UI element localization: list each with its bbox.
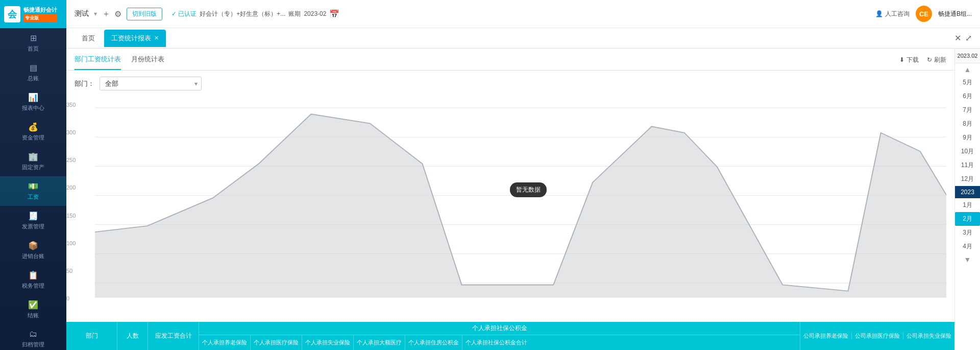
right-panel-month-10[interactable]: 10月 (955, 145, 980, 158)
app-logo: 会 畅捷通好会计 专业版 (0, 0, 66, 28)
right-panel-date: 2023.02 (955, 49, 980, 63)
right-panel-month-5[interactable]: 5月 (955, 76, 980, 89)
help-btn[interactable]: 👤 人工咨询 (875, 10, 910, 18)
y-label-350: 350 (66, 102, 85, 108)
col-personal-unemployment: 个人承担失业保险 (302, 335, 354, 350)
sidebar-item-ledger[interactable]: ▤ 总账 (0, 58, 66, 87)
switch-to-old-btn[interactable]: 切到旧版 (127, 8, 162, 20)
sidebar-item-label: 固定资产 (22, 164, 44, 171)
sidebar-item-label: 进销台账 (22, 252, 44, 260)
tab-close-btn[interactable]: ✕ (154, 35, 159, 41)
user-name[interactable]: 畅捷通B组... (938, 10, 972, 18)
col-personal-major-medical: 个人承担大额医疗 (354, 335, 405, 350)
topbar-right: 👤 人工咨询 CE 畅捷通B组... (875, 6, 972, 22)
right-panel-year-2023[interactable]: 2023 (955, 186, 980, 198)
download-btn[interactable]: ⬇ 下载 (899, 56, 919, 64)
archive-icon: 🗂 (29, 330, 37, 339)
chart-container: 350 300 250 200 150 100 50 0 (66, 97, 954, 322)
col-personal-housing-fund: 个人承担住房公积金 (405, 335, 462, 350)
download-icon: ⬇ (899, 56, 904, 63)
sub-tab-monthly[interactable]: 月份统计表 (131, 55, 164, 70)
sidebar-item-funds[interactable]: 💰 资金管理 (0, 117, 66, 147)
sidebar-item-checkout[interactable]: ✅ 结账 (0, 295, 66, 324)
tax-icon: 📋 (28, 270, 38, 280)
sidebar-item-archive[interactable]: 🗂 归档管理 (0, 324, 66, 350)
y-label-150: 150 (66, 213, 85, 219)
sidebar-item-reports[interactable]: 📊 报表中心 (0, 87, 66, 117)
chart-y-labels: 350 300 250 200 150 100 50 0 (66, 102, 85, 301)
sidebar-item-label: 税务管理 (22, 282, 44, 290)
refresh-label: 刷新 (934, 56, 946, 64)
add-icon[interactable]: ＋ (102, 9, 110, 19)
topbar-title: 测试 (75, 9, 89, 18)
right-panel-month-3[interactable]: 3月 (955, 226, 980, 240)
sidebar: 会 畅捷通好会计 专业版 ⊞ 首页 ▤ 总账 📊 报表中心 💰 资金管理 🏢 固… (0, 0, 66, 350)
right-panel-up-btn[interactable]: ▲ (955, 63, 980, 76)
calendar-icon[interactable]: 📅 (329, 9, 339, 19)
user-avatar[interactable]: CE (916, 6, 932, 22)
page-body: 部门工资统计表 月份统计表 ⬇ 下载 ↻ 刷新 (66, 49, 954, 350)
col-personal-medical: 个人承担医疗保险 (251, 335, 302, 350)
help-icon: 👤 (875, 10, 883, 17)
refresh-btn[interactable]: ↻ 刷新 (927, 56, 946, 64)
tab-salary-label: 工资统计报表 (111, 34, 151, 43)
topbar-dropdown-arrow[interactable]: ▾ (94, 10, 97, 17)
right-panel-month-1[interactable]: 1月 (955, 198, 980, 212)
sidebar-item-home[interactable]: ⊞ 首页 (0, 28, 66, 58)
tab-home-label: 首页 (82, 34, 95, 43)
sidebar-item-purchase[interactable]: 📦 进销台账 (0, 236, 66, 265)
period-label: 账期 (288, 10, 301, 18)
right-panel-month-8[interactable]: 8月 (955, 117, 980, 131)
y-label-100: 100 (66, 240, 85, 246)
right-panel-down-btn[interactable]: ▼ (955, 253, 980, 266)
sub-tab-dept[interactable]: 部门工资统计表 (75, 55, 121, 70)
close-window-btn[interactable]: ✕ (954, 33, 961, 43)
sidebar-item-salary[interactable]: 💵 工资 (0, 176, 66, 206)
invoice-icon: 🧾 (28, 211, 38, 221)
table-col-dept: 部门 (66, 322, 117, 350)
sub-tab-actions: ⬇ 下载 ↻ 刷新 (899, 56, 946, 69)
people-label: 人数 (127, 332, 139, 340)
right-panel-month-12[interactable]: 12月 (955, 172, 980, 186)
sidebar-item-label: 报表中心 (22, 104, 44, 112)
dept-filter-wrap: 全部 ▾ (100, 77, 202, 90)
sidebar-item-label: 工资 (28, 193, 39, 201)
salary-label: 应发工资合计 (155, 332, 192, 340)
tabbar: 首页 工资统计报表 ✕ ✕ ⤢ (66, 28, 980, 49)
sidebar-item-tax[interactable]: 📋 税务管理 (0, 265, 66, 295)
tab-salary-report[interactable]: 工资统计报表 ✕ (104, 30, 166, 47)
sidebar-item-label: 结账 (28, 312, 39, 319)
right-panel-month-6[interactable]: 6月 (955, 89, 980, 103)
main-content: 测试 ▾ ＋ ⚙ 切到旧版 ✓ 已认证 好会计（专）+好生意（标）+... 账期… (66, 0, 980, 350)
maximize-window-btn[interactable]: ⤢ (965, 33, 972, 43)
topbar: 测试 ▾ ＋ ⚙ 切到旧版 ✓ 已认证 好会计（专）+好生意（标）+... 账期… (66, 0, 980, 28)
sidebar-item-assets[interactable]: 🏢 固定资产 (0, 147, 66, 176)
chart-svg (95, 102, 946, 307)
refresh-icon: ↻ (927, 56, 932, 63)
dept-filter-select[interactable]: 全部 (100, 77, 202, 90)
funds-icon: 💰 (28, 122, 38, 132)
settings-gear-icon[interactable]: ⚙ (114, 9, 121, 19)
y-label-200: 200 (66, 184, 85, 191)
col-company-medical: 公司承担医疗保险 (852, 332, 903, 340)
col-personal-pension: 个人承担养老保险 (199, 335, 251, 350)
right-panel-month-2[interactable]: 2月 (955, 212, 980, 226)
group-cells-personal: 个人承担养老保险 个人承担医疗保险 个人承担失业保险 个人承担大额医疗 个人承担… (199, 335, 800, 350)
sidebar-nav: ⊞ 首页 ▤ 总账 📊 报表中心 💰 资金管理 🏢 固定资产 💵 工资 🧾 发票… (0, 28, 66, 350)
reports-icon: 📊 (28, 92, 38, 102)
right-panel-month-7[interactable]: 7月 (955, 103, 980, 117)
sidebar-item-invoice[interactable]: 🧾 发票管理 (0, 206, 66, 236)
right-panel-month-9[interactable]: 9月 (955, 131, 980, 145)
tab-home[interactable]: 首页 (75, 30, 102, 47)
home-icon: ⊞ (30, 33, 37, 43)
col-company-pension: 公司承担养老保险 (800, 332, 852, 340)
sidebar-item-label: 归档管理 (22, 341, 44, 348)
right-panel-month-4[interactable]: 4月 (955, 240, 980, 253)
col-group-personal-social: 个人承担社保公积金 个人承担养老保险 个人承担医疗保险 个人承担失业保险 个人承… (199, 322, 800, 350)
sub-tab-monthly-label: 月份统计表 (131, 55, 164, 63)
right-panel-month-11[interactable]: 11月 (955, 158, 980, 172)
group-header-personal: 个人承担社保公积金 (199, 322, 800, 335)
table-col-salary: 应发工资合计 (148, 322, 199, 350)
ledger-icon: ▤ (30, 63, 37, 73)
col-personal-total: 个人承担社保公积金合计 (462, 335, 530, 350)
